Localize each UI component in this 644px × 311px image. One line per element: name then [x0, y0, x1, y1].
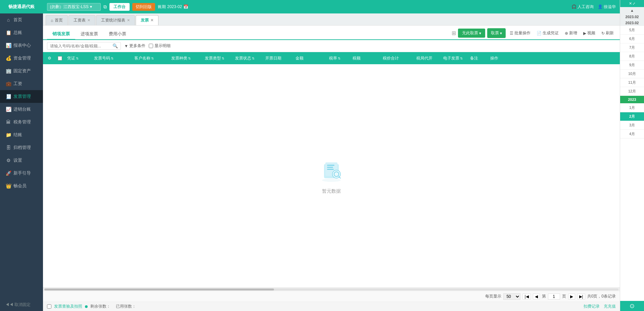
th-tax-rate[interactable]: 税率 ⇅: [327, 55, 351, 61]
sidebar-item-close[interactable]: 📁 结账: [0, 128, 43, 141]
calendar-icon[interactable]: 📅: [183, 4, 188, 9]
close-salary-stats-tab[interactable]: ✕: [127, 18, 130, 23]
month-2022-6[interactable]: 6月: [620, 35, 644, 43]
last-page-btn[interactable]: ▶|: [577, 294, 585, 300]
grid-view-icon[interactable]: ⊞: [452, 30, 456, 36]
settings-column-icon[interactable]: ⚙: [48, 56, 51, 61]
sidebar-item-home[interactable]: ⌂ 首页: [0, 13, 43, 26]
batch-ops-label: 批量操作: [514, 30, 531, 36]
filterbar: 🔍 ▼ 更多条件 显示明细: [43, 40, 620, 52]
first-page-btn[interactable]: |◀: [522, 294, 531, 300]
deduction-records-link[interactable]: 扣费记录: [584, 304, 600, 309]
sidebar-item-settings[interactable]: ⚙ 设置: [0, 154, 43, 167]
sidebar-item-guide[interactable]: 🚀 新手引导: [0, 167, 43, 180]
refresh-action[interactable]: ↻ 刷新: [599, 29, 616, 37]
month-2022-9[interactable]: 9月: [620, 61, 644, 70]
copy-icon[interactable]: ⧉: [103, 4, 107, 10]
next-page-btn[interactable]: ▶: [568, 294, 575, 300]
close-icon: ✕: [629, 1, 632, 6]
page-size-select[interactable]: 50 100 200: [503, 293, 520, 300]
sort-icon: ⇅: [460, 56, 463, 60]
generate-voucher-action[interactable]: 📄 生成凭证: [535, 29, 561, 37]
show-detail-checkbox[interactable]: [149, 44, 153, 48]
month-2022-12[interactable]: 12月: [620, 87, 644, 96]
sidebar-item-reports[interactable]: 📊 报表中心: [0, 39, 43, 52]
invoice-check-label[interactable]: 发票查验及拍照: [54, 304, 82, 309]
year-2023-label: 2023: [620, 96, 644, 104]
tab-label: 工资表: [74, 17, 86, 23]
scrollbar-track[interactable]: [44, 288, 618, 290]
close-invoice-tab[interactable]: ✕: [150, 18, 153, 23]
month-2022-10[interactable]: 10月: [620, 70, 644, 78]
month-2022-7[interactable]: 7月: [620, 43, 644, 52]
page-number-input[interactable]: [548, 294, 560, 300]
close-right-panel[interactable]: ✕ ⤢: [620, 0, 644, 7]
assets-icon: 🏢: [5, 68, 11, 74]
invoice-check-checkbox[interactable]: [47, 304, 51, 309]
sidebar-item-invoice[interactable]: 🧾 发票管理: [0, 90, 43, 103]
th-invoice-cat[interactable]: 发票类型 ⇅: [203, 55, 233, 61]
th-invoice-type[interactable]: 发票种类 ⇅: [169, 55, 203, 61]
sidebar-pin[interactable]: ◀◀ 取消固定: [0, 299, 43, 311]
scroll-indicator[interactable]: ⊙: [630, 302, 635, 310]
maximize-icon[interactable]: ⤢: [633, 2, 635, 5]
month-2022-5[interactable]: 5月: [620, 26, 644, 35]
total-info: 共0页，0条记录: [587, 294, 616, 299]
show-detail-label: 显示明细: [154, 43, 171, 49]
tab-home[interactable]: ⌂ 首页: [46, 15, 68, 25]
no-ticket-button[interactable]: 无此取票 ▾: [458, 29, 485, 38]
scroll-up-btn[interactable]: ▲: [620, 7, 644, 14]
prev-page-btn[interactable]: ◀: [533, 294, 540, 300]
horizontal-scrollbar[interactable]: [43, 287, 620, 291]
sidebar-item-fund[interactable]: 💰 资金管理: [0, 52, 43, 65]
user-avatar[interactable]: 👤 徐溢华: [598, 4, 616, 10]
batch-ops-action[interactable]: ☰ 批量操作: [508, 29, 533, 37]
svg-point-0: [322, 179, 341, 182]
sidebar-item-archive[interactable]: 🗄 归档管理: [0, 141, 43, 154]
workbench-button[interactable]: 工作台: [109, 3, 130, 11]
sidebar-item-salary[interactable]: 💼 工资: [0, 77, 43, 90]
sidebar-item-member[interactable]: 👑 畅会员: [0, 180, 43, 192]
tab-invoice[interactable]: 发票 ✕: [136, 15, 158, 25]
th-invoice-status[interactable]: 发票状态 ⇅: [233, 55, 263, 61]
th-e-invoice[interactable]: 电子发票 ⇅: [441, 55, 468, 61]
tab-salary-stats[interactable]: 工资统计报表 ✕: [96, 15, 135, 25]
more-conditions-button[interactable]: ▼ 更多条件: [124, 43, 145, 49]
salary-icon: 💼: [5, 81, 11, 86]
th-voucher[interactable]: 凭证 ⇅: [65, 55, 92, 61]
tab-salary[interactable]: 工资表 ✕: [68, 15, 95, 25]
th-invoice-no[interactable]: 发票号码 ⇅: [92, 55, 132, 61]
th-settings[interactable]: ⚙: [46, 56, 56, 61]
close-salary-tab[interactable]: ✕: [87, 18, 90, 23]
search-icon[interactable]: 🔍: [112, 43, 118, 48]
scrollbar-thumb[interactable]: [44, 288, 274, 290]
get-ticket-button[interactable]: 取票 ▾: [487, 28, 506, 38]
sidebar-item-sales[interactable]: 📈 进销台账: [0, 103, 43, 116]
month-2023-2[interactable]: 2月: [620, 112, 644, 121]
show-detail-checkbox-label[interactable]: 显示明细: [149, 43, 171, 49]
th-customer[interactable]: 客户名称 ⇅: [132, 55, 169, 61]
switch-version-button[interactable]: 切到旧版: [132, 3, 155, 11]
month-2023-4[interactable]: 4月: [620, 130, 644, 139]
company-selector[interactable]: (勿删）江西股宝-LSS ▾: [47, 3, 101, 11]
month-2023-1[interactable]: 1月: [620, 104, 644, 112]
new-action[interactable]: ⊕ 新增: [563, 29, 579, 37]
recharge-link[interactable]: 充充值: [604, 304, 616, 309]
sidebar-item-tax[interactable]: 🏛 税务管理: [0, 116, 43, 128]
sidebar-item-assets[interactable]: 🏢 固定资产: [0, 65, 43, 77]
th-check[interactable]: [56, 56, 65, 61]
subtab-sales-invoice[interactable]: 销项发票: [47, 29, 75, 40]
subtab-purchase-invoice[interactable]: 进项发票: [75, 29, 103, 40]
ai-consulting-link[interactable]: 🎧 人工咨询: [571, 4, 594, 10]
subtab-expense-receipt[interactable]: 费用小票: [103, 29, 132, 40]
month-2022-8[interactable]: 8月: [620, 52, 644, 61]
select-all-checkbox[interactable]: [58, 56, 62, 61]
search-box[interactable]: 🔍: [47, 42, 121, 50]
video-action[interactable]: ▶ 视频: [581, 29, 597, 37]
month-2022-11[interactable]: 11月: [620, 78, 644, 87]
sidebar-item-ledger[interactable]: 📋 总账: [0, 26, 43, 39]
month-2023-3[interactable]: 3月: [620, 121, 644, 130]
search-input[interactable]: [50, 44, 112, 48]
headset-icon: 🎧: [571, 4, 577, 9]
year-group-2023: 1月 2月 3月 4月: [620, 104, 644, 139]
